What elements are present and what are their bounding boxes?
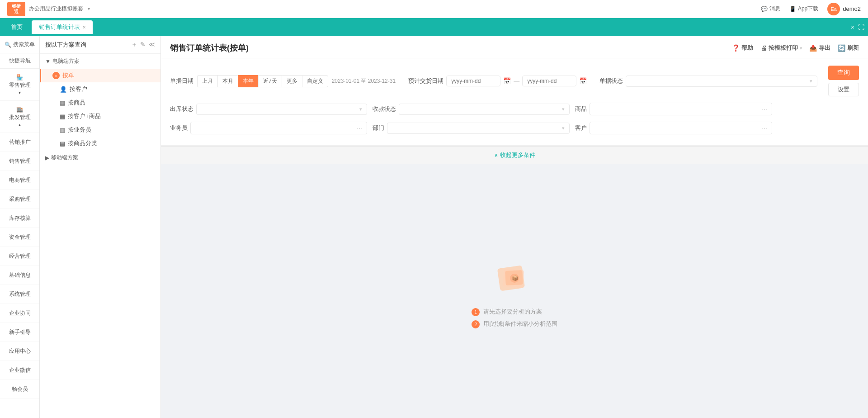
export-button[interactable]: 📤 导出 xyxy=(809,44,830,52)
collapse-bar[interactable]: ∧ 收起更多条件 xyxy=(161,146,868,164)
date-btn-last-7-days[interactable]: 近7天 xyxy=(258,75,282,87)
user-name: demo2 xyxy=(843,5,861,12)
tab-bar: 首页 销售订单统计表 × × ⛶ xyxy=(0,18,868,36)
sidebar-item-member[interactable]: 畅会员 xyxy=(0,380,39,399)
status-dropdown-icon: ▾ xyxy=(810,78,812,84)
sidebar-item-finance[interactable]: 资金管理 xyxy=(0,228,39,247)
sidebar-item-basic[interactable]: 基础信息 xyxy=(0,266,39,285)
payment-status-select[interactable]: ▾ xyxy=(399,104,570,115)
sidebar-item-system[interactable]: 系统管理 xyxy=(0,285,39,304)
tree-node-by-order[interactable]: ○ 按单 xyxy=(40,69,160,82)
tree-section-pc[interactable]: ▼ 电脑端方案 xyxy=(40,54,160,69)
wholesale-arrow-icon: ▴ xyxy=(19,122,21,127)
sidebar-item-appcenter[interactable]: 应用中心 xyxy=(0,342,39,361)
tip-1-num: 1 xyxy=(472,308,480,316)
app-download-button[interactable]: 📱 App下载 xyxy=(789,5,818,13)
tree-section-mobile[interactable]: ▶ 移动端方案 xyxy=(40,150,160,165)
customer-select[interactable]: ··· xyxy=(590,122,772,134)
tree-node-by-customer-goods[interactable]: ▦ 按客户+商品 xyxy=(40,109,160,123)
tree-node-by-salesman[interactable]: ▥ 按业务员 xyxy=(40,123,160,137)
by-salesman-icon: ▥ xyxy=(60,127,65,133)
dept-select[interactable]: ▾ xyxy=(387,123,570,134)
settings-button[interactable]: 设置 xyxy=(828,83,859,96)
status-select[interactable]: ▾ xyxy=(626,76,817,87)
tree-section-pc-arrow: ▼ xyxy=(45,58,51,65)
wholesale-icon: 🏬 xyxy=(16,106,23,113)
tree-collapse-icon[interactable]: ≪ xyxy=(148,41,155,49)
by-goods-icon: ▦ xyxy=(60,100,65,106)
tree-add-icon[interactable]: ＋ xyxy=(131,41,137,49)
ship-status-select[interactable]: ▾ xyxy=(196,104,367,115)
by-order-badge: ○ xyxy=(52,72,60,79)
avatar: Ea xyxy=(827,3,840,15)
sidebar-search[interactable]: 🔍 搜索菜单 xyxy=(0,36,39,53)
panel: 按以下方案查询 ＋ ✎ ≪ ▼ 电脑端方案 ○ 按单 xyxy=(40,36,868,418)
logo-text: 畅捷通 xyxy=(12,4,21,14)
dept-dropdown-icon: ▾ xyxy=(562,125,565,131)
salesman-label: 业务员 xyxy=(170,124,188,132)
customer-label: 客户 xyxy=(575,124,587,132)
empty-tip-1: 1 请先选择要分析的方案 xyxy=(472,308,557,316)
top-bar-left: 畅捷通 办公用品行业模拟账套 ▾ xyxy=(7,2,90,16)
tree-node-by-goods[interactable]: ▦ 按商品 xyxy=(40,96,160,109)
sidebar-item-ecommerce[interactable]: 电商管理 xyxy=(0,171,39,190)
goods-more-icon[interactable]: ··· xyxy=(762,105,767,113)
sidebar-item-enterprise[interactable]: 企业协同 xyxy=(0,304,39,323)
calendar-start-icon[interactable]: 📅 xyxy=(503,77,511,85)
delivery-date-start-input[interactable] xyxy=(446,76,500,86)
salesman-select[interactable]: ··· xyxy=(190,122,367,134)
sidebar-item-purchase[interactable]: 采购管理 xyxy=(0,190,39,209)
empty-state: 📦 1 请先选择要分析的方案 2 用[过滤]条件来缩小分析范围 xyxy=(161,164,868,418)
goods-select[interactable]: ··· xyxy=(590,103,772,115)
window-expand-icon[interactable]: ⛶ xyxy=(858,24,864,31)
tree-node-by-goods-category[interactable]: ▤ 按商品分类 xyxy=(40,137,160,150)
date-btn-custom[interactable]: 自定义 xyxy=(302,75,328,87)
sidebar-item-retail[interactable]: 🏪 零售管理 ▾ xyxy=(0,69,39,101)
tab-sales-order-stats[interactable]: 销售订单统计表 × xyxy=(32,20,93,34)
app-title: 办公用品行业模拟账套 xyxy=(29,5,83,13)
date-btn-last-month[interactable]: 上月 xyxy=(197,75,217,87)
date-btn-this-year[interactable]: 本年 xyxy=(238,75,258,87)
tree-panel-actions: ＋ ✎ ≪ xyxy=(131,41,155,49)
query-button[interactable]: 查询 xyxy=(828,66,859,80)
sidebar-item-inventory[interactable]: 库存核算 xyxy=(0,209,39,228)
tab-close-icon[interactable]: × xyxy=(83,24,85,30)
app-title-dropdown-icon[interactable]: ▾ xyxy=(88,6,90,11)
calendar-end-icon[interactable]: 📅 xyxy=(579,77,587,85)
date-btn-more[interactable]: 更多 xyxy=(282,75,302,87)
date-btn-this-month[interactable]: 本月 xyxy=(217,75,238,87)
message-button[interactable]: 💬 消息 xyxy=(761,5,780,13)
help-button[interactable]: ❓ 帮助 xyxy=(732,44,753,52)
sidebar-item-marketing[interactable]: 营销推广 xyxy=(0,133,39,152)
payment-status-dropdown-icon: ▾ xyxy=(562,106,565,112)
salesman-more-icon[interactable]: ··· xyxy=(357,124,362,132)
empty-tips: 1 请先选择要分析的方案 2 用[过滤]条件来缩小分析范围 xyxy=(472,308,557,328)
sidebar-item-corpwechat[interactable]: 企业微信 xyxy=(0,361,39,380)
print-button[interactable]: 🖨 按模板打印 ▾ xyxy=(760,44,802,52)
message-icon: 💬 xyxy=(761,6,768,12)
delivery-date-end-input[interactable] xyxy=(522,76,576,86)
right-content: 销售订单统计表(按单) ❓ 帮助 🖨 按模板打印 ▾ 📤 xyxy=(161,36,868,418)
sidebar-item-newuser[interactable]: 新手引导 xyxy=(0,323,39,342)
sidebar-item-operations[interactable]: 经营管理 xyxy=(0,247,39,266)
refresh-button[interactable]: 🔄 刷新 xyxy=(838,44,859,52)
svg-text:📦: 📦 xyxy=(512,275,519,281)
sidebar: 🔍 搜索菜单 快捷导航 🏪 零售管理 ▾ 🏬 批发管理 ▴ 营销推广 销售管理 … xyxy=(0,36,40,418)
empty-tip-2: 2 用[过滤]条件来缩小分析范围 xyxy=(472,320,557,328)
ship-status-dropdown-icon: ▾ xyxy=(359,106,362,112)
tab-home[interactable]: 首页 xyxy=(4,20,30,34)
logo: 畅捷通 xyxy=(7,2,25,16)
print-dropdown-icon: ▾ xyxy=(800,46,802,51)
payment-status-label: 收款状态 xyxy=(373,105,396,113)
window-close-icon[interactable]: × xyxy=(851,24,854,31)
sidebar-item-sales[interactable]: 销售管理 xyxy=(0,152,39,171)
user-profile[interactable]: Ea demo2 xyxy=(827,3,861,15)
tree-edit-icon[interactable]: ✎ xyxy=(140,41,146,49)
sidebar-item-wholesale[interactable]: 🏬 批发管理 ▴ xyxy=(0,101,39,133)
customer-more-icon[interactable]: ··· xyxy=(762,124,767,132)
retail-arrow-icon: ▾ xyxy=(19,90,21,95)
sidebar-quick-nav[interactable]: 快捷导航 xyxy=(0,53,39,69)
tree-panel: 按以下方案查询 ＋ ✎ ≪ ▼ 电脑端方案 ○ 按单 xyxy=(40,36,161,418)
tree-node-by-customer[interactable]: 👤 按客户 xyxy=(40,82,160,96)
refresh-icon: 🔄 xyxy=(838,44,845,52)
